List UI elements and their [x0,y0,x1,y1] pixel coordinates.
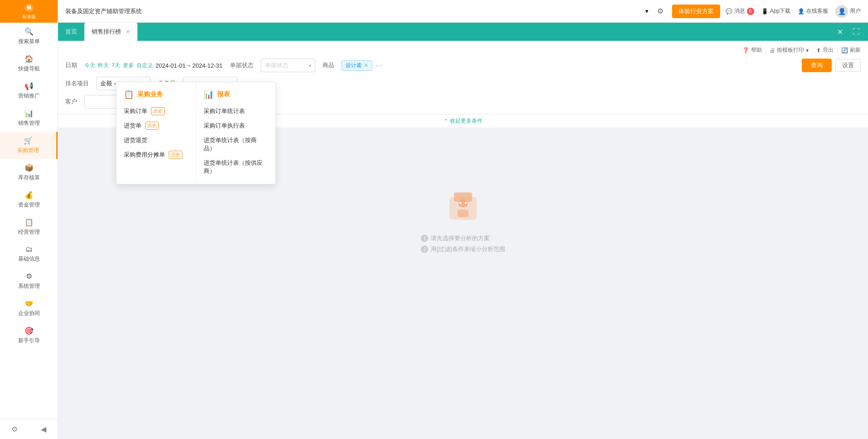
content-area: ❓ 帮助 🖨 按模板打印 ▾ ⬆ 导出 [58,41,868,439]
goods-tag-close[interactable]: ✕ [364,62,368,69]
divider3 [837,47,838,54]
sidebar-item-finance[interactable]: 💰 资金管理 [0,186,58,213]
sidebar-item-enterprise[interactable]: 🤝 企业协同 [0,295,58,322]
tabbar-close-btn[interactable]: ✕ [834,25,846,38]
empty-tip-1: 1 请先选择要分析的方案 [421,234,505,242]
goods-receipt-label: 进货单 [124,122,141,130]
purchase-business-header: 📋 采购业务 [117,88,196,104]
print-icon: 🖨 [770,47,775,54]
date-range-selector[interactable]: 今天 昨天 7天 更多 自定义 2024-01-01 ~ 2024-12-31 [84,62,223,69]
svg-point-6 [459,202,461,204]
goods-return-item[interactable]: 进货退货 [117,133,196,148]
sidebar-item-label: 企业协同 [18,310,40,317]
settings-btn2[interactable]: 设置 [835,59,861,72]
export-btn[interactable]: ⬆ 导出 [816,46,834,54]
purchase-order-exec-item[interactable]: 采购订单执行表 [196,118,276,133]
empty-tips: 1 请先选择要分析的方案 2 用[过滤]条件来缩小分析范围 [421,234,505,253]
help-btn[interactable]: ❓ 帮助 [742,46,762,54]
export-icon: ⬆ [816,47,821,54]
sidebar-item-new-guide[interactable]: 🎯 新手引导 [0,322,58,349]
date-preset-today[interactable]: 今天 [84,62,95,69]
divider1 [766,47,766,54]
date-preset-more[interactable]: 更多 [123,62,134,69]
tab-home[interactable]: 首页 [58,23,84,41]
date-range-value: 2024-01-01 ~ 2024-12-31 [156,62,223,69]
purchase-dropdown: 📋 采购业务 采购订单 历史 进货单 历史 进货退货 采购费用分摊单 历史 [116,82,276,184]
sidebar-item-basic-info[interactable]: 🗂 基础信息 [0,241,58,267]
date-preset-custom[interactable]: 自定义 [137,62,153,69]
goods-receipt-stats-supplier-label: 进货单统计表（按供应商） [204,159,268,175]
collapse-btn[interactable]: ⌃ 收起更多条件 [444,117,483,125]
online-service-label: 在线客服 [806,7,828,15]
marketing-icon: 📢 [24,82,34,90]
notifications-btn[interactable]: 💬 消息 6 [726,7,754,15]
rank-label: 排名项目 [65,79,89,88]
notifications-label: 消息 [734,7,745,15]
toolbar-row: ❓ 帮助 🖨 按模板打印 ▾ ⬆ 导出 [65,46,861,54]
purchase-order-stats-label: 采购订单统计表 [204,107,245,115]
help-label: 帮助 [751,46,762,54]
collapse-up-icon: ⌃ [444,118,448,124]
empty-illustration [440,183,486,229]
goods-receipt-hist: 历史 [145,122,159,130]
sidebar-item-sales[interactable]: 📊 销售管理 [0,104,58,132]
sidebar-item-search[interactable]: 🔍 搜索菜单 [0,23,58,50]
refresh-icon: 🔄 [841,47,848,54]
user-btn[interactable]: 👤 用户 [835,5,861,18]
search-icon: 🔍 [24,27,34,36]
online-service-btn[interactable]: 👤 在线客服 [798,7,828,15]
purchase-order-item[interactable]: 采购订单 历史 [117,104,196,118]
tip-num-2: 2 [421,246,428,253]
app-download-btn[interactable]: 📱 App下载 [761,7,790,15]
print-label: 按模板打印 [777,46,804,54]
notifications-badge: 6 [747,8,754,15]
sidebar-logo-label: 标准版 [22,14,36,20]
sidebar-item-inventory[interactable]: 📦 库存核算 [0,159,58,186]
main-area: 装备及固定资产辅助管理系统 ▾ ⚙ 体验行业方案 💬 消息 6 📱 App下载 … [58,0,868,439]
goods-receipt-stats-supplier-item[interactable]: 进货单统计表（按供应商） [196,156,276,178]
print-btn[interactable]: 🖨 按模板打印 ▾ [770,46,809,54]
sidebar-item-label: 基础信息 [18,255,40,263]
sidebar-settings-btn[interactable]: ⚙ [11,425,18,434]
tab-sales-rank[interactable]: 销售排行榜 ✕ [84,23,137,41]
sidebar-item-label: 新手引导 [18,337,40,345]
tab-close-icon[interactable]: ✕ [126,29,130,35]
sidebar-item-label: 经营管理 [18,228,40,236]
refresh-btn[interactable]: 🔄 刷新 [841,46,861,54]
query-btn[interactable]: 查询 [802,59,832,72]
sidebar-item-system[interactable]: ⚙ 系统管理 [0,267,58,295]
sidebar-item-marketing[interactable]: 📢 营销推广 [0,77,58,104]
purchase-order-hist: 历史 [151,107,165,115]
goods-filter: 设计素 ✕ ⋯ [341,60,382,71]
order-status-select[interactable]: 单据状态 ▾ [261,59,315,72]
goods-more-btn[interactable]: ⋯ [375,61,382,70]
tabbar-fullscreen-btn[interactable]: ⛶ [850,25,863,38]
avatar: 👤 [835,5,848,18]
reports-col: 📊 报表 采购订单统计表 采购订单执行表 进货单统计表（按商品） 进货单统计表（… [196,82,276,184]
date-label: 日期 [65,61,77,69]
toolbar-right: ❓ 帮助 🖨 按模板打印 ▾ ⬆ 导出 [742,46,861,54]
empty-tip-2: 2 用[过滤]条件来缩小分析范围 [421,245,505,253]
purchase-expense-item[interactable]: 采购费用分摊单 历史 [117,148,196,162]
sidebar-collapse-btn[interactable]: ◀ [41,425,46,434]
sidebar-item-quick-nav[interactable]: 🏠 快捷导航 [0,50,58,77]
purchase-order-stats-item[interactable]: 采购订单统计表 [196,104,276,118]
goods-receipt-stats-goods-item[interactable]: 进货单统计表（按商品） [196,133,276,156]
goods-return-label: 进货退货 [124,136,147,144]
goods-tag-text: 设计素 [346,62,362,69]
goods-receipt-item[interactable]: 进货单 历史 [117,118,196,133]
tab-home-label: 首页 [65,28,77,36]
topbar-settings-btn[interactable]: ⚙ [654,5,667,18]
topbar-title-dropdown[interactable]: ▾ [645,8,649,15]
sidebar-item-operations[interactable]: 📋 经营管理 [0,213,58,241]
date-preset-7days[interactable]: 7天 [112,62,120,69]
tab-sales-rank-label: 销售排行榜 [92,28,121,36]
order-status-arrow: ▾ [309,63,311,68]
sidebar-item-purchase[interactable]: 🛒 采购管理 [0,132,58,159]
enterprise-icon: 🤝 [24,299,34,308]
tip-num-1: 1 [421,235,428,242]
date-preset-yesterday[interactable]: 昨天 [98,62,109,69]
purchase-order-exec-label: 采购订单执行表 [204,122,245,130]
industry-btn[interactable]: 体验行业方案 [672,5,720,18]
sidebar-item-label: 资金管理 [18,201,40,209]
